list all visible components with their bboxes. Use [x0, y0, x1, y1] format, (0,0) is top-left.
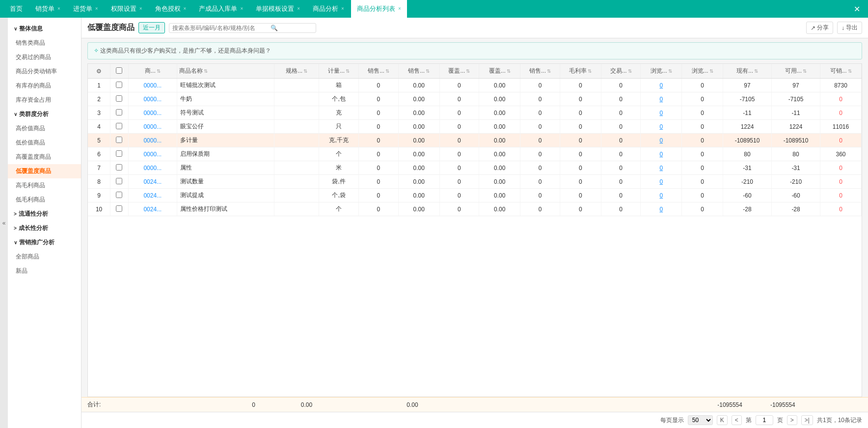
- cell-browse1[interactable]: 0: [641, 175, 682, 189]
- cell-browse1[interactable]: 0: [641, 79, 682, 92]
- close-all-button[interactable]: ✕: [850, 4, 864, 14]
- row-checkbox[interactable]: [116, 82, 122, 88]
- row-checkbox[interactable]: [116, 150, 122, 157]
- cell-checkbox[interactable]: [110, 175, 129, 189]
- cell-browse1[interactable]: 0: [641, 189, 682, 202]
- sidebar-group-overall[interactable]: ∨ 整体信息: [8, 22, 81, 36]
- nav-tab-permission[interactable]: 权限设置 ×: [105, 0, 148, 18]
- sidebar-item-low-margin[interactable]: 低毛利商品: [8, 193, 81, 207]
- col-header-stock[interactable]: 现有...⇅: [723, 64, 772, 79]
- cell-checkbox[interactable]: [110, 106, 129, 120]
- row-checkbox[interactable]: [116, 109, 122, 115]
- row-checkbox[interactable]: [116, 95, 122, 102]
- browse-link[interactable]: 0: [659, 192, 663, 199]
- col-header-gross[interactable]: 毛利率⇅: [560, 64, 601, 79]
- cell-checkbox[interactable]: [110, 120, 129, 134]
- col-header-avail[interactable]: 可用...⇅: [772, 64, 820, 79]
- sidebar-item-stock-goods[interactable]: 有库存的商品: [8, 79, 81, 93]
- row-checkbox[interactable]: [116, 178, 122, 184]
- export-button[interactable]: ↓ 导出: [837, 22, 862, 34]
- sidebar-group-circulation[interactable]: > 流通性分析: [8, 207, 81, 221]
- browse-link[interactable]: 0: [659, 96, 663, 103]
- cell-browse1[interactable]: 0: [641, 120, 682, 134]
- last-page-button[interactable]: >|: [801, 415, 813, 425]
- col-header-cov-rate[interactable]: 覆盖...⇅: [479, 64, 520, 79]
- col-header-code[interactable]: 商...⇅: [128, 64, 177, 79]
- sidebar-collapse-button[interactable]: «: [0, 18, 8, 428]
- close-icon[interactable]: ×: [139, 0, 142, 18]
- col-header-name[interactable]: 商品名称⇅: [177, 64, 274, 79]
- col-header-settings[interactable]: ⚙: [88, 64, 110, 79]
- sidebar-item-stock-capital[interactable]: 库存资金占用: [8, 93, 81, 107]
- row-checkbox[interactable]: [116, 164, 122, 171]
- sidebar-item-traded-goods[interactable]: 交易过的商品: [8, 50, 81, 64]
- next-page-button[interactable]: >: [787, 415, 797, 425]
- col-header-browse2[interactable]: 浏览...⇅: [682, 64, 723, 79]
- close-icon[interactable]: ×: [57, 0, 60, 18]
- cell-browse1[interactable]: 0: [641, 106, 682, 120]
- cell-checkbox[interactable]: [110, 79, 129, 92]
- col-header-checkbox[interactable]: [110, 64, 129, 79]
- cell-checkbox[interactable]: [110, 202, 129, 216]
- nav-tab-purchase[interactable]: 进货单 ×: [67, 0, 104, 18]
- nav-tab-analysis[interactable]: 商品分析 ×: [307, 0, 350, 18]
- nav-tab-role[interactable]: 角色授权 ×: [149, 0, 192, 18]
- select-all-checkbox[interactable]: [116, 67, 122, 74]
- nav-tab-analysis-list[interactable]: 商品分析列表 ×: [351, 0, 407, 18]
- close-icon[interactable]: ×: [398, 0, 401, 18]
- browse-link[interactable]: 0: [659, 178, 663, 185]
- nav-tab-template[interactable]: 单据模板设置 ×: [250, 0, 306, 18]
- cell-checkbox[interactable]: [110, 189, 129, 202]
- close-icon[interactable]: ×: [184, 0, 187, 18]
- col-header-cov-num[interactable]: 覆盖...⇅: [439, 64, 479, 79]
- browse-link[interactable]: 0: [659, 82, 663, 89]
- col-header-saleable[interactable]: 可销...⇅: [820, 64, 862, 79]
- close-icon[interactable]: ×: [240, 0, 243, 18]
- col-header-browse1[interactable]: 浏览...⇅: [641, 64, 682, 79]
- sidebar-group-growth[interactable]: > 成长性分析: [8, 221, 81, 235]
- close-icon[interactable]: ×: [297, 0, 300, 18]
- browse-link[interactable]: 0: [659, 110, 663, 116]
- sidebar-item-high-value[interactable]: 高价值商品: [8, 121, 81, 136]
- prev-page-button[interactable]: <: [732, 415, 742, 425]
- browse-link[interactable]: 0: [659, 165, 663, 171]
- sidebar-item-sales-goods[interactable]: 销售类商品: [8, 36, 81, 50]
- row-checkbox[interactable]: [116, 192, 122, 198]
- sidebar-item-low-value[interactable]: 低价值商品: [8, 136, 81, 150]
- sidebar-item-low-coverage[interactable]: 低覆盖度商品: [8, 164, 81, 178]
- col-header-sales-amt[interactable]: 销售...⇅: [398, 64, 439, 79]
- sidebar-item-high-coverage[interactable]: 高覆盖度商品: [8, 150, 81, 164]
- nav-tab-finished[interactable]: 产成品入库单 ×: [193, 0, 249, 18]
- col-header-unit[interactable]: 计量...⇅: [319, 64, 359, 79]
- browse-link[interactable]: 0: [659, 123, 663, 130]
- search-icon[interactable]: 🔍: [271, 25, 278, 31]
- col-header-spec[interactable]: 规格...⇅: [274, 64, 319, 79]
- nav-tab-sales[interactable]: 销货单 ×: [29, 0, 66, 18]
- cell-browse1[interactable]: 0: [641, 147, 682, 161]
- sidebar-group-marketing[interactable]: ∨ 营销推广分析: [8, 235, 81, 250]
- row-checkbox[interactable]: [116, 123, 122, 129]
- row-checkbox[interactable]: [116, 137, 122, 143]
- sidebar-item-all-goods[interactable]: 全部商品: [8, 250, 81, 264]
- col-header-sales-qty[interactable]: 销售...⇅: [359, 64, 399, 79]
- sidebar-item-category-rate[interactable]: 商品分类动销率: [8, 64, 81, 79]
- settings-icon[interactable]: ⚙: [96, 68, 102, 75]
- nav-tab-home[interactable]: 首页: [4, 0, 28, 18]
- close-icon[interactable]: ×: [341, 0, 344, 18]
- sidebar-item-high-margin[interactable]: 高毛利商品: [8, 178, 81, 193]
- share-button[interactable]: ↗ 分享: [806, 22, 833, 34]
- time-filter-button[interactable]: 近一月: [138, 22, 165, 33]
- cell-browse1[interactable]: 0: [641, 161, 682, 175]
- col-header-trans[interactable]: 交易...⇅: [601, 64, 641, 79]
- cell-browse1[interactable]: 0: [641, 134, 682, 147]
- cell-checkbox[interactable]: [110, 134, 129, 147]
- first-page-button[interactable]: K: [717, 415, 728, 425]
- sidebar-item-new-goods[interactable]: 新品: [8, 264, 81, 278]
- search-input[interactable]: [172, 25, 271, 31]
- page-size-select[interactable]: 50 100 200: [688, 415, 713, 425]
- close-icon[interactable]: ×: [95, 0, 98, 18]
- cell-checkbox[interactable]: [110, 161, 129, 175]
- row-checkbox[interactable]: [116, 205, 122, 212]
- browse-link[interactable]: 0: [659, 206, 663, 213]
- cell-checkbox[interactable]: [110, 92, 129, 106]
